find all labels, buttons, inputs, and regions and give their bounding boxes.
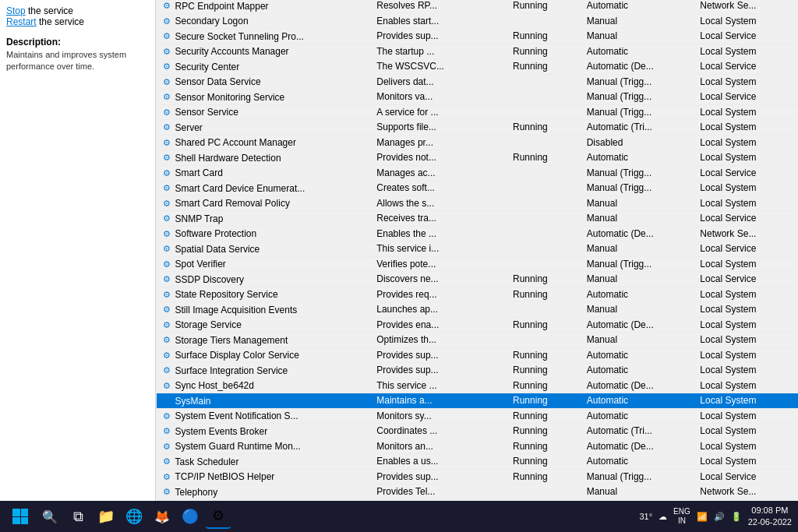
table-row[interactable]: ⚙Spot VerifierVerifies pote...Manual (Tr… bbox=[157, 256, 798, 272]
cell-status bbox=[508, 74, 582, 90]
service-icon: ⚙ bbox=[161, 487, 172, 498]
table-row[interactable]: ⚙Shell Hardware DetectionProvides not...… bbox=[157, 150, 798, 166]
table-row[interactable]: ⚙Software ProtectionEnables the ...Autom… bbox=[157, 226, 798, 241]
start-button[interactable] bbox=[6, 502, 34, 530]
table-row[interactable]: ⚙Spatial Data ServiceThis service i...Ma… bbox=[157, 241, 798, 257]
cell-status: Running bbox=[508, 44, 582, 59]
cell-startup: Automatic (De... bbox=[582, 439, 696, 454]
task-view-button[interactable]: ⧉ bbox=[65, 504, 90, 529]
table-row[interactable]: ⚙Secondary LogonEnables start...ManualLo… bbox=[157, 13, 798, 29]
cell-name: ⚙Sensor Data Service bbox=[157, 74, 373, 90]
file-explorer-taskbar[interactable]: 📁 bbox=[94, 504, 118, 529]
table-row[interactable]: ⚙Smart Card Removal PolicyAllows the s..… bbox=[157, 196, 798, 211]
cell-desc: Supports file... bbox=[372, 120, 508, 136]
table-row[interactable]: ⚙ServerSupports file...RunningAutomatic … bbox=[157, 120, 798, 136]
cell-name: ⚙Sync Host_be642d bbox=[157, 378, 373, 393]
table-row[interactable]: ⚙Surface Display Color ServiceProvides s… bbox=[157, 347, 798, 363]
table-row[interactable]: ⚙Security CenterThe WSCSVC...RunningAuto… bbox=[157, 59, 798, 75]
table-row[interactable]: ⚙State Repository ServiceProvides req...… bbox=[157, 287, 798, 302]
table-row[interactable]: ⚙System Event Notification S...Monitors … bbox=[157, 408, 798, 424]
service-icon-wrap: ⚙System Guard Runtime Mon... bbox=[161, 441, 301, 452]
table-row[interactable]: ⚙SSDP DiscoveryDiscovers ne...RunningMan… bbox=[157, 272, 798, 287]
cell-name: ⚙Spatial Data Service bbox=[157, 241, 373, 257]
cell-name: ⚙SSDP Discovery bbox=[157, 272, 373, 287]
table-row[interactable]: ⚙Smart Card Device Enumerat...Creates so… bbox=[157, 181, 798, 196]
cell-startup: Automatic bbox=[582, 150, 696, 166]
firefox-taskbar[interactable]: 🦊 bbox=[150, 504, 175, 529]
cell-logon: Local System bbox=[695, 408, 797, 424]
table-row[interactable]: ⚙TelephonyProvides Tel...ManualNetwork S… bbox=[157, 484, 798, 500]
table-row[interactable]: ⚙Security Accounts ManagerThe startup ..… bbox=[157, 44, 798, 59]
cell-desc: Provides sup... bbox=[372, 29, 508, 44]
table-row[interactable]: ⚙Secure Socket Tunneling Pro...Provides … bbox=[157, 29, 798, 44]
service-icon-wrap: ⚙Still Image Acquisition Events bbox=[161, 305, 298, 315]
cell-startup: Automatic bbox=[582, 393, 696, 409]
table-row[interactable]: ⚙SNMP TrapReceives tra...ManualLocal Ser… bbox=[157, 211, 798, 227]
service-icon-wrap: ⚙Sensor Service bbox=[161, 107, 238, 118]
cell-startup: Automatic bbox=[582, 0, 696, 13]
battery-icon: 🔋 bbox=[731, 512, 742, 522]
cell-startup: Manual (Trigg... bbox=[582, 74, 696, 90]
cell-logon: Local System bbox=[695, 13, 797, 29]
table-row[interactable]: ⚙Sync Host_be642dThis service ...Running… bbox=[157, 378, 798, 393]
cell-startup: Manual bbox=[582, 302, 696, 318]
table-row[interactable]: ⚙RPC Endpoint MapperResolves RP...Runnin… bbox=[157, 0, 798, 13]
table-row[interactable]: ⚙SysMainMaintains a...RunningAutomaticLo… bbox=[157, 393, 798, 409]
cell-status bbox=[508, 333, 582, 348]
chrome-taskbar[interactable]: 🔵 bbox=[178, 504, 203, 529]
table-row[interactable]: ⚙Smart CardManages ac...Manual (Trigg...… bbox=[157, 165, 798, 181]
service-icon: ⚙ bbox=[161, 259, 172, 270]
cell-startup: Automatic bbox=[582, 44, 696, 59]
service-icon: ⚙ bbox=[161, 274, 172, 285]
search-taskbar-button[interactable]: 🔍 bbox=[37, 504, 62, 529]
table-row[interactable]: ⚙Sensor Data ServiceDelivers dat...Manua… bbox=[157, 74, 798, 90]
cell-status: Running bbox=[508, 0, 582, 13]
table-row[interactable]: ⚙System Guard Runtime Mon...Monitors an.… bbox=[157, 439, 798, 454]
services-taskbar-active[interactable]: ⚙ bbox=[206, 504, 231, 529]
cell-logon: Local System bbox=[695, 104, 797, 120]
cell-logon: Local Service bbox=[695, 469, 797, 484]
table-row[interactable]: ⚙Surface Integration ServiceProvides sup… bbox=[157, 363, 798, 379]
service-icon: ⚙ bbox=[161, 441, 172, 452]
table-row[interactable]: ⚙Sensor ServiceA service for ...Manual (… bbox=[157, 104, 798, 120]
cell-status bbox=[508, 104, 582, 120]
taskbar-clock[interactable]: 09:08 PM 22-06-2022 bbox=[748, 505, 792, 529]
table-row[interactable]: ⚙Storage ServiceProvides ena...RunningAu… bbox=[157, 317, 798, 333]
cell-startup: Manual bbox=[582, 241, 696, 257]
table-row[interactable]: ⚙Sensor Monitoring ServiceMonitors va...… bbox=[157, 90, 798, 105]
cell-logon: Network Se... bbox=[695, 484, 797, 500]
service-icon-wrap: ⚙Spatial Data Service bbox=[161, 244, 260, 255]
table-row[interactable]: ⚙Storage Tiers ManagementOptimizes th...… bbox=[157, 333, 798, 348]
cell-name: ⚙Shell Hardware Detection bbox=[157, 150, 373, 166]
table-row[interactable]: ⚙Task SchedulerEnables a us...RunningAut… bbox=[157, 454, 798, 470]
cell-startup: Manual (Trigg... bbox=[582, 469, 696, 484]
service-icon-wrap: ⚙State Repository Service bbox=[161, 289, 278, 300]
table-row[interactable]: ⚙Shared PC Account ManagerManages pr...D… bbox=[157, 135, 798, 150]
taskbar-temp: 31° bbox=[639, 512, 652, 521]
services-table-scroll[interactable]: Name Description Status Startup Type Log… bbox=[156, 0, 798, 515]
cell-desc: This service i... bbox=[372, 241, 508, 257]
cell-status bbox=[508, 484, 582, 500]
taskbar-right: 31° ☁ ENGIN 📶 🔊 🔋 09:08 PM 22-06-2022 bbox=[639, 505, 792, 529]
description-label: Description: bbox=[6, 37, 149, 48]
cell-name: ⚙TCP/IP NetBIOS Helper bbox=[157, 469, 373, 484]
restart-link[interactable]: Restart bbox=[6, 16, 37, 27]
table-row[interactable]: ⚙TCP/IP NetBIOS HelperProvides sup...Run… bbox=[157, 469, 798, 484]
cell-status bbox=[508, 302, 582, 318]
cell-name: ⚙Server bbox=[157, 120, 373, 136]
table-row[interactable]: ⚙System Events BrokerCoordinates ...Runn… bbox=[157, 424, 798, 439]
stop-link[interactable]: Stop bbox=[6, 5, 26, 16]
service-icon: ⚙ bbox=[161, 244, 172, 255]
cell-logon: Local System bbox=[695, 196, 797, 211]
service-icon: ⚙ bbox=[161, 471, 172, 482]
table-row[interactable]: ⚙Still Image Acquisition EventsLaunches … bbox=[157, 302, 798, 318]
service-icon: ⚙ bbox=[161, 1, 172, 12]
service-icon: ⚙ bbox=[161, 289, 172, 300]
cell-desc: Provides sup... bbox=[372, 347, 508, 363]
stop-action: Stop the service bbox=[6, 5, 149, 16]
cell-desc: Monitors an... bbox=[372, 439, 508, 454]
edge-taskbar[interactable]: 🌐 bbox=[122, 504, 147, 529]
cell-logon: Local System bbox=[695, 44, 797, 59]
cell-status bbox=[508, 90, 582, 105]
service-icon-wrap: ⚙Smart Card bbox=[161, 167, 223, 178]
